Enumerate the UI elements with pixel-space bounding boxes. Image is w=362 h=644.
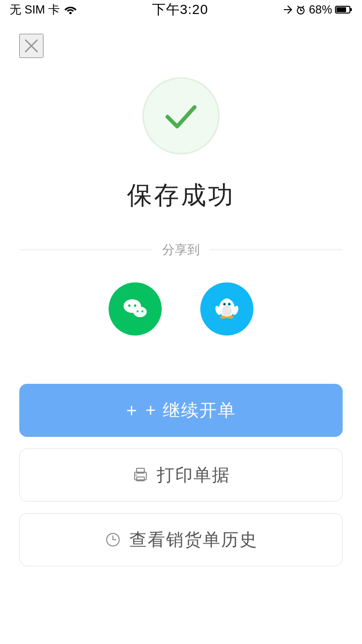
status-time: 下午3:20 — [152, 0, 209, 19]
status-left: 无 SIM 卡 — [10, 2, 77, 17]
qq-share-button[interactable] — [200, 282, 253, 336]
alarm-icon — [295, 4, 306, 15]
continue-icon: + — [126, 400, 138, 421]
location-icon — [283, 5, 292, 14]
svg-point-0 — [70, 12, 72, 14]
success-circle — [142, 77, 220, 154]
history-button[interactable]: 查看销货单历史 — [19, 513, 343, 566]
continue-order-label: + 继续开单 — [146, 399, 236, 422]
share-section: 分享到 — [0, 241, 362, 345]
svg-point-20 — [224, 304, 225, 305]
svg-rect-6 — [350, 8, 352, 11]
success-title: 保存成功 — [127, 179, 235, 212]
divider-right — [209, 250, 343, 250]
wechat-logo-icon — [120, 294, 151, 324]
qq-logo-icon — [211, 294, 242, 324]
close-button[interactable] — [19, 34, 43, 58]
wechat-share-button[interactable] — [109, 282, 162, 336]
main-content: 保存成功 分享到 — [0, 19, 362, 644]
share-label: 分享到 — [162, 241, 200, 258]
share-divider: 分享到 — [19, 241, 343, 258]
print-icon — [132, 466, 149, 484]
battery-percentage: 68% — [309, 3, 332, 16]
svg-point-21 — [229, 304, 230, 305]
svg-point-13 — [137, 310, 139, 312]
continue-order-button[interactable]: + + 继续开单 — [19, 384, 343, 437]
print-button[interactable]: 打印单据 — [19, 448, 343, 502]
svg-point-31 — [136, 475, 137, 476]
status-right: 68% — [283, 3, 352, 16]
svg-point-27 — [222, 305, 232, 317]
svg-point-11 — [128, 305, 131, 307]
divider-left — [19, 250, 153, 250]
status-bar: 无 SIM 卡 下午3:20 68% — [0, 0, 362, 19]
svg-point-14 — [141, 310, 143, 312]
success-section: 保存成功 分享到 — [0, 19, 362, 566]
wifi-icon — [64, 5, 77, 14]
share-icons — [19, 282, 343, 336]
svg-point-10 — [133, 307, 147, 317]
svg-rect-5 — [336, 7, 346, 12]
battery-icon — [335, 5, 352, 14]
action-buttons: + + 继续开单 打印单据 查看销货单历史 — [0, 384, 362, 566]
print-label: 打印单据 — [157, 463, 230, 487]
no-sim-text: 无 SIM 卡 — [10, 2, 60, 17]
svg-point-12 — [134, 305, 137, 307]
checkmark-icon — [162, 97, 200, 135]
history-label: 查看销货单历史 — [129, 528, 258, 552]
history-icon — [104, 531, 122, 548]
